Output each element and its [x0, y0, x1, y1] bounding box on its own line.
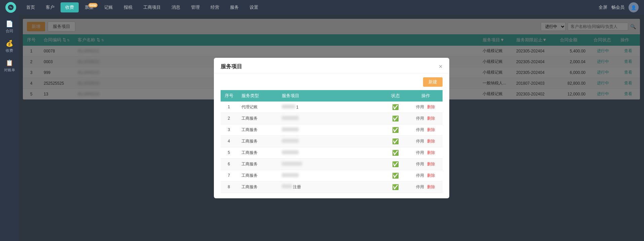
delete-button[interactable]: 删除 [427, 150, 435, 155]
modal-cell-num: 7 [221, 170, 237, 181]
modal-cell-item: 1 [278, 102, 382, 113]
modal-th-type: 服务类型 [237, 90, 278, 102]
modal-table-row: 8 工商服务 注册 ✅ 停用 删除 [221, 181, 443, 193]
delete-button[interactable]: 删除 [427, 139, 435, 144]
nav-billing[interactable]: 收费 [61, 2, 79, 12]
delete-button[interactable]: 删除 [427, 173, 435, 178]
service-table: 序号 服务类型 服务项目 状态 操作 1 代理记账 1 ✅ 停用 删除 [221, 90, 443, 193]
modal-th-item: 服务项目 [278, 90, 382, 102]
modal-cell-action: 停用 删除 [409, 102, 443, 113]
nav-settings[interactable]: 设置 [245, 2, 263, 12]
modal-cell-action: 停用 删除 [409, 147, 443, 158]
stop-button[interactable]: 停用 [416, 162, 424, 166]
billing-icon: 💰 [6, 40, 13, 47]
modal-close-button[interactable]: × [439, 64, 443, 70]
modal-overlay[interactable]: 服务项目 × 新建 序号 服务类型 服务项目 状态 [19, 15, 644, 241]
logo[interactable] [5, 2, 16, 13]
stop-button[interactable]: 停用 [416, 116, 424, 121]
sidebar-item-billing[interactable]: 💰 收费 [1, 37, 18, 56]
modal-header-row: 序号 服务类型 服务项目 状态 操作 [221, 90, 443, 102]
sidebar-item-reconcile[interactable]: 📋 对账单 [1, 56, 18, 75]
modal-table-row: 6 工商服务 ✅ 停用 删除 [221, 158, 443, 170]
sidebar-label-billing: 收费 [6, 48, 13, 53]
new-badge: new [88, 3, 98, 7]
modal-title: 服务项目 [221, 63, 242, 70]
modal-cell-item [278, 170, 382, 181]
nav-home[interactable]: 首页 [22, 2, 40, 12]
modal-table-row: 2 工商服务 ✅ 停用 删除 [221, 113, 443, 124]
modal-cell-type: 工商服务 [237, 181, 278, 193]
delete-button[interactable]: 删除 [427, 116, 435, 121]
stop-button[interactable]: 停用 [416, 185, 424, 189]
delete-button[interactable]: 删除 [427, 105, 435, 109]
sidebar-item-contract[interactable]: 📄 合同 [1, 17, 18, 36]
modal-cell-num: 1 [221, 102, 237, 113]
modal-cell-item: 注册 [278, 181, 382, 193]
nav-commerce[interactable]: 工商项目 [139, 2, 165, 12]
nav-client[interactable]: 客户 [41, 2, 59, 12]
stop-button[interactable]: 停用 [416, 105, 424, 109]
modal-table-row: 4 工商服务 ✅ 停用 删除 [221, 135, 443, 147]
delete-button[interactable]: 删除 [427, 127, 435, 132]
modal-cell-item [278, 113, 382, 124]
delete-button[interactable]: 删除 [427, 162, 435, 166]
modal-cell-type: 工商服务 [237, 135, 278, 147]
main-content: 新增 服务项目 进行中 已结束 全部 🔍 序号 合同编码 ⇅ [19, 15, 644, 241]
modal-body: 新建 序号 服务类型 服务项目 状态 操作 [214, 73, 449, 198]
modal-cell-num: 6 [221, 158, 237, 170]
modal-cell-status: ✅ [382, 170, 409, 181]
modal-cell-item [278, 158, 382, 170]
main-layout: 📄 合同 💰 收费 📋 对账单 新增 服务项目 进行中 已结束 全部 [0, 15, 644, 241]
nav-service[interactable]: 服务 [225, 2, 243, 12]
modal-cell-item [278, 135, 382, 147]
modal-cell-type: 工商服务 [237, 147, 278, 158]
status-check-icon: ✅ [392, 161, 399, 167]
modal-cell-type: 工商服务 [237, 158, 278, 170]
modal-th-num: 序号 [221, 90, 237, 102]
modal-table-row: 3 工商服务 ✅ 停用 删除 [221, 124, 443, 135]
modal-cell-num: 2 [221, 113, 237, 124]
modal-cell-num: 8 [221, 181, 237, 193]
nav-operation[interactable]: 经营 [206, 2, 224, 12]
modal-cell-action: 停用 删除 [409, 158, 443, 170]
modal-cell-type: 工商服务 [237, 113, 278, 124]
stop-button[interactable]: 停用 [416, 173, 424, 178]
membership-btn[interactable]: 畅会员 [611, 4, 624, 10]
delete-button[interactable]: 删除 [427, 185, 435, 189]
sidebar-label-contract: 合同 [6, 29, 13, 34]
left-sidebar: 📄 合同 💰 收费 📋 对账单 [0, 15, 19, 241]
modal-th-action: 操作 [409, 90, 443, 102]
status-check-icon: ✅ [392, 150, 399, 156]
modal-cell-action: 停用 删除 [409, 170, 443, 181]
modal-toolbar: 新建 [221, 77, 443, 87]
status-check-icon: ✅ [392, 116, 399, 121]
modal-table-row: 5 工商服务 ✅ 停用 删除 [221, 147, 443, 158]
modal-header: 服务项目 × [214, 58, 449, 73]
nav-message[interactable]: 消息 [167, 2, 185, 12]
stop-button[interactable]: 停用 [416, 139, 424, 144]
modal-cell-item [278, 147, 382, 158]
nav-bookkeeping[interactable]: 记账 [100, 2, 118, 12]
nav-invoice[interactable]: 票据 new [80, 2, 98, 12]
modal-cell-status: ✅ [382, 124, 409, 135]
service-modal: 服务项目 × 新建 序号 服务类型 服务项目 状态 [214, 58, 449, 198]
modal-cell-status: ✅ [382, 181, 409, 193]
modal-th-status: 状态 [382, 90, 409, 102]
contract-icon: 📄 [6, 20, 13, 28]
modal-new-button[interactable]: 新建 [423, 77, 443, 87]
nav-manage[interactable]: 管理 [186, 2, 204, 12]
modal-cell-status: ✅ [382, 135, 409, 147]
user-avatar[interactable]: 👤 [629, 2, 639, 12]
stop-button[interactable]: 停用 [416, 150, 424, 155]
modal-cell-status: ✅ [382, 113, 409, 124]
nav-tax[interactable]: 报税 [119, 2, 137, 12]
modal-table-row: 1 代理记账 1 ✅ 停用 删除 [221, 102, 443, 113]
modal-cell-item [278, 124, 382, 135]
modal-cell-status: ✅ [382, 158, 409, 170]
stop-button[interactable]: 停用 [416, 127, 424, 132]
modal-cell-action: 停用 删除 [409, 181, 443, 193]
status-check-icon: ✅ [392, 184, 399, 190]
modal-cell-type: 工商服务 [237, 170, 278, 181]
fullscreen-btn[interactable]: 全屏 [599, 4, 607, 10]
nav-right-area: 全屏 畅会员 👤 [599, 2, 639, 12]
